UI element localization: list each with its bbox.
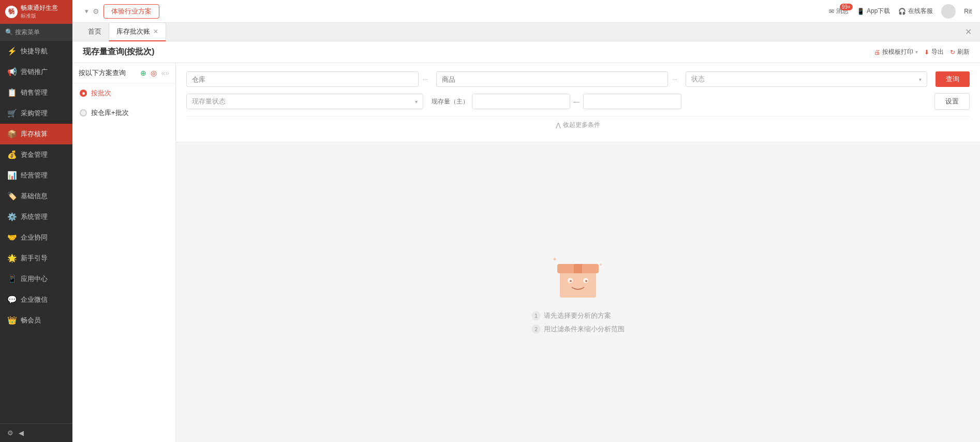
search-menu[interactable]: 🔍 搜索菜单 (0, 24, 72, 41)
sidebar-item-operations[interactable]: 📊 经营管理 (0, 165, 72, 186)
sidebar-item-appstore[interactable]: 📱 应用中心 (0, 269, 72, 289)
filter-panel: 按以下方案查询 ⊕ ◎ «» 按批次 按仓库+批次 (72, 63, 176, 442)
collapse-conditions[interactable]: ⋀ 收起更多条件 (186, 116, 970, 134)
settings-icon[interactable]: ⚙ (7, 429, 13, 437)
sidebar-item-sales[interactable]: 📋 销售管理 (0, 82, 72, 103)
sidebar-item-enterprise[interactable]: 🤝 企业协同 (0, 227, 72, 248)
product-field: ··· (436, 71, 678, 87)
sidebar-footer: ⚙ ◀ (0, 423, 72, 442)
hint-1: 1 请先选择要分析的方案 (531, 311, 625, 320)
sidebar-item-newbie[interactable]: 🌟 新手引导 (0, 248, 72, 269)
sidebar-item-marketing[interactable]: 📢 营销推广 (0, 62, 72, 82)
warehouse-input[interactable] (186, 71, 419, 87)
sidebar: 畅 畅康通好生意 标准版 🔍 搜索菜单 ⚡ 快捷导航 📢 营销推广 📋 销售管理… (0, 0, 72, 442)
sidebar-item-purchase[interactable]: 🛒 采购管理 (0, 103, 72, 124)
topbar: ▾ ⚙ 体验行业方案 ✉ 消息 99+ 📱 App下载 🎧 在线客服 Rit (72, 0, 980, 23)
query-button[interactable]: 查询 (936, 71, 970, 87)
collapse-up-icon: ⋀ (556, 122, 561, 129)
empty-hints: 1 请先选择要分析的方案 2 用过滤条件来缩小分析范围 (531, 311, 625, 334)
hint-2: 2 用过滤条件来缩小分析范围 (531, 325, 625, 334)
app-subtitle: 标准版 (21, 12, 58, 20)
export-icon: ⬇ (924, 49, 929, 56)
avatar[interactable] (941, 4, 956, 19)
sidebar-item-shortcuts[interactable]: ⚡ 快捷导航 (0, 41, 72, 62)
empty-svg: ✦ ✦ (547, 251, 609, 303)
topbar-gear-icon[interactable]: ⚙ (93, 7, 99, 16)
phone-icon: 📱 (857, 8, 865, 15)
wechat-icon: 💬 (7, 295, 17, 304)
messages-badge: 99+ (840, 4, 853, 10)
manage-scheme-icon[interactable]: ◎ (151, 69, 157, 77)
app-download-button[interactable]: 📱 App下载 (857, 7, 890, 16)
tab-home[interactable]: 首页 (81, 23, 109, 41)
content-area: 按以下方案查询 ⊕ ◎ «» 按批次 按仓库+批次 (72, 63, 980, 442)
empty-illustration: ✦ ✦ (547, 251, 609, 303)
tab-close-icon[interactable]: ✕ (153, 28, 158, 35)
stock-status-arrow: ▾ (415, 99, 418, 105)
inventory-icon: 📦 (7, 129, 17, 139)
trial-button[interactable]: 体验行业方案 (103, 4, 159, 19)
member-icon: 👑 (7, 316, 17, 325)
sidebar-item-inventory[interactable]: 📦 库存核算 (0, 124, 72, 144)
filter-title: 按以下方案查询 (79, 68, 126, 78)
warehouse-more[interactable]: ··· (423, 76, 428, 83)
settings-button[interactable]: 设置 (934, 93, 970, 110)
status-select[interactable]: 状态 ▾ (686, 71, 927, 87)
query-form: ··· ··· 状态 ▾ (176, 63, 980, 142)
collapse-sidebar-icon[interactable]: ◀ (19, 429, 24, 437)
radio-warehouse-batch (80, 109, 87, 116)
print-button[interactable]: 🖨 按模板打印 ▾ (874, 48, 918, 56)
basics-icon: 🏷️ (7, 191, 17, 201)
sidebar-item-finance[interactable]: 💰 资金管理 (0, 144, 72, 165)
online-service-button[interactable]: 🎧 在线客服 (898, 7, 933, 16)
sidebar-item-system[interactable]: ⚙️ 系统管理 (0, 207, 72, 227)
message-icon: ✉ (829, 8, 834, 15)
svg-text:✦: ✦ (599, 262, 603, 268)
stock-qty-label: 现存量（主） (432, 97, 469, 106)
svg-rect-0 (560, 269, 596, 298)
form-row-2: 现存量状态 ▾ 现存量（主） — 设置 (186, 93, 970, 110)
stock-status-select[interactable]: 现存量状态 ▾ (186, 94, 423, 109)
operations-icon: 📊 (7, 171, 17, 180)
status-field: 状态 ▾ (686, 71, 927, 87)
status-label: 状态 (691, 75, 705, 84)
stock-qty-max[interactable] (583, 94, 681, 109)
headset-icon: 🎧 (898, 8, 906, 15)
app-logo: 畅 (5, 6, 18, 18)
empty-state: ✦ ✦ 1 请先选择要分析的方案 2 用过滤条件来缩小分析范围 (176, 142, 980, 442)
filter-item-warehouse-batch[interactable]: 按仓库+批次 (72, 103, 175, 123)
sidebar-item-wechat[interactable]: 💬 企业微信 (0, 289, 72, 310)
product-more[interactable]: ··· (672, 76, 677, 83)
svg-rect-2 (574, 264, 582, 273)
sales-icon: 📋 (7, 88, 17, 97)
finance-icon: 💰 (7, 150, 17, 159)
collapse-panel-icon[interactable]: «» (161, 69, 169, 77)
form-row-1: ··· ··· 状态 ▾ (186, 71, 970, 87)
refresh-button[interactable]: ↻ 刷新 (950, 48, 970, 56)
stock-qty-min[interactable] (472, 94, 570, 109)
product-input[interactable] (436, 71, 669, 87)
tab-inventory-batch[interactable]: 库存批次账 ✕ (109, 22, 166, 41)
svg-text:✦: ✦ (552, 256, 557, 263)
sidebar-item-member[interactable]: 👑 畅会员 (0, 310, 72, 331)
query-area: ··· ··· 状态 ▾ (176, 63, 980, 442)
filter-item-batch[interactable]: 按批次 (72, 83, 175, 103)
range-dash: — (573, 98, 580, 106)
svg-point-6 (585, 280, 587, 282)
add-scheme-icon[interactable]: ⊕ (140, 69, 146, 77)
messages-button[interactable]: ✉ 消息 99+ (829, 7, 849, 16)
sidebar-item-basics[interactable]: 🏷️ 基础信息 (0, 186, 72, 207)
tabbar: 首页 库存批次账 ✕ ✕ (72, 23, 980, 41)
export-button[interactable]: ⬇ 导出 (924, 48, 944, 56)
marketing-icon: 📢 (7, 67, 17, 77)
username-label: Rit (964, 8, 972, 15)
system-icon: ⚙️ (7, 212, 17, 222)
app-title: 畅康通好生意 (21, 4, 58, 12)
enterprise-icon: 🤝 (7, 233, 17, 242)
status-dropdown-icon: ▾ (919, 77, 922, 82)
tab-close-page-icon[interactable]: ✕ (965, 27, 972, 37)
nav-list: ⚡ 快捷导航 📢 营销推广 📋 销售管理 🛒 采购管理 📦 库存核算 💰 资金管… (0, 41, 72, 423)
radio-batch (80, 90, 87, 97)
dropdown-icon[interactable]: ▾ (85, 7, 88, 15)
print-dropdown-icon[interactable]: ▾ (915, 49, 918, 55)
